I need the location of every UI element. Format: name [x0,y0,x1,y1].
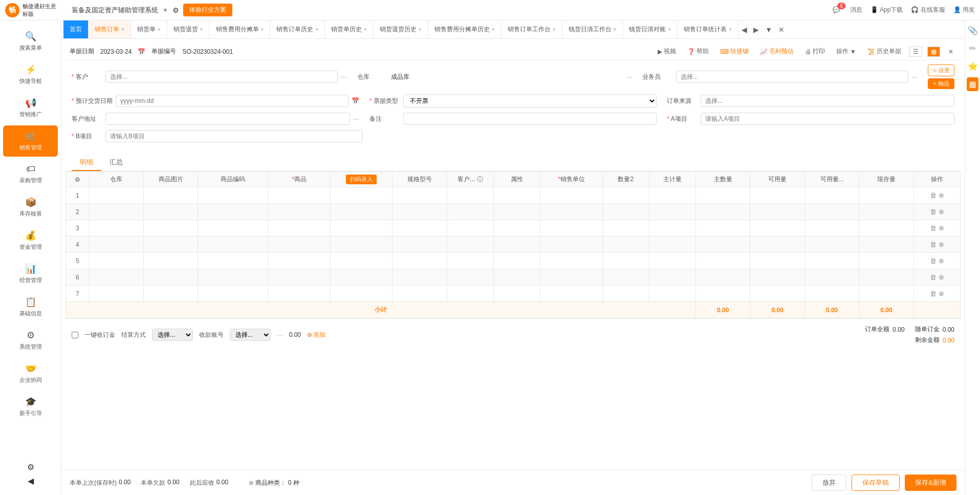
tab-close-sales-order[interactable]: × [121,27,124,32]
tab-close-cash-workbench[interactable]: × [614,27,617,32]
grid-btn2[interactable]: ▦ [927,47,940,57]
calendar-delivery-icon[interactable]: 📅 [352,97,359,104]
calendar-icon[interactable]: 📅 [138,48,145,55]
warehouse-dots[interactable]: ··· [626,73,633,81]
customer-input[interactable] [105,71,338,83]
row-delete-7[interactable]: 🗑 [930,290,937,297]
right-icon-1[interactable]: 📎 [966,24,980,37]
settings-button[interactable]: ⊙ 设置 [928,64,954,76]
tab-menu-btn[interactable]: ▼ [762,26,775,34]
add-payment-btn[interactable]: ⊕ 添加 [307,331,325,339]
sidebar-item-inventory[interactable]: 📦 库存核算 [3,191,58,223]
address-input[interactable] [105,113,350,125]
sidebar-item-sales[interactable]: 🛒 销售管理 [3,125,58,157]
app-download[interactable]: 📱 App下载 [870,6,903,14]
staff-input[interactable] [676,71,908,83]
pay-method-select[interactable]: 选择... [152,329,193,341]
tab-close-sales-return[interactable]: × [200,27,203,32]
help-btn[interactable]: ❓ 帮助 [684,46,712,57]
row-delete-5[interactable]: 🗑 [930,257,937,265]
sidebar-collapse-icon[interactable]: ◀ [28,476,34,486]
th-scan[interactable]: 扫码录入 [330,172,393,187]
bank-dots[interactable]: ··· [277,331,283,339]
b-project-input[interactable] [105,130,362,142]
tab-close-expense-history[interactable]: × [492,27,495,32]
grid-btn1[interactable]: ☰ [909,47,922,57]
abandon-button[interactable]: 放弃 [812,475,846,491]
row-copy-5[interactable]: ⊕ [939,257,944,265]
online-service[interactable]: 🎧 在线客服 [911,6,945,14]
sidebar-item-search[interactable]: 🔍 搜索菜单 [3,26,58,57]
sidebar-item-system[interactable]: ⚙ 系统管理 [3,325,58,356]
right-icon-3[interactable]: ⭐ [966,59,980,73]
sidebar-item-guide[interactable]: 🎓 新手引导 [3,391,58,422]
address-dots[interactable]: ··· [353,115,359,123]
history-btn[interactable]: 📜 历史单据 [864,46,904,57]
row-delete-2[interactable]: 🗑 [930,208,937,216]
user-avatar[interactable]: 👤 用友 [953,6,975,14]
remarks-input[interactable] [403,113,657,125]
operate-btn[interactable]: 操作 ▼ [833,46,859,57]
a-project-input[interactable] [701,113,954,125]
sidebar-item-purchase[interactable]: 🏷 采购管理 [3,159,58,189]
right-icon-4[interactable]: ▦ [967,77,978,91]
tab-next-btn[interactable]: ▶ [750,26,762,34]
bank-select[interactable]: 选择... [230,329,271,341]
order-source-input[interactable] [701,95,954,107]
tab-sales-order[interactable]: 销售订单 × [89,20,131,39]
tab-cash-reconcile[interactable]: 钱货日清对账 × [623,20,678,39]
sidebar-item-operations[interactable]: 📊 经营管理 [3,258,58,289]
row-delete-3[interactable]: 🗑 [930,224,937,232]
customer-dots[interactable]: ··· [341,73,347,81]
row-delete-1[interactable]: 🗑 [930,191,937,199]
staff-dots[interactable]: ··· [911,73,918,81]
industry-btn[interactable]: 体验行业方案 [183,4,232,16]
tab-close-sales-stats[interactable]: × [729,27,732,32]
row-copy-7[interactable]: ⊕ [939,290,944,297]
row-copy-3[interactable]: ⊕ [939,224,944,232]
detail-tab-summary[interactable]: 汇总 [101,155,131,171]
print-btn[interactable]: 🖨 打印 [802,46,828,57]
tab-close-slip-history[interactable]: × [364,27,367,32]
tab-sales-expense[interactable]: 销售费用分摊单 × [210,20,271,39]
tab-close-sales-expense[interactable]: × [261,27,264,32]
detail-tab-detail[interactable]: 明细 [72,155,101,171]
gear-icon[interactable]: ⚙ [172,6,179,14]
row-copy-4[interactable]: ⊕ [939,241,944,248]
save-new-button[interactable]: 保存&新增 [905,475,956,491]
tab-cash-workbench[interactable]: 钱货日清工作台 × [562,20,623,39]
tab-expense-history[interactable]: 销售费用分摊单历史 × [428,20,502,39]
row-copy-6[interactable]: ⊕ [939,273,944,281]
profit-btn[interactable]: 📈 毛利预估 [757,46,797,57]
tab-return-history[interactable]: 销货退货历史 × [374,20,428,39]
delivery-date-input[interactable] [116,95,349,107]
tab-close-history[interactable]: × [315,27,318,32]
tab-close-sales-slip[interactable]: × [158,27,161,32]
row-copy-2[interactable]: ⊕ [939,208,944,216]
tab-close-cash-reconcile[interactable]: × [668,27,671,32]
tab-close-all-btn[interactable]: ✕ [775,26,788,34]
tab-workbench[interactable]: 销售订单工作台 × [502,20,562,39]
save-draft-button[interactable]: 保存草稿 [852,475,900,491]
quick-order-checkbox[interactable] [72,332,78,338]
sidebar-settings-icon[interactable]: ⚙ [27,462,34,472]
tab-sales-stats[interactable]: 销售订单统计表 × [678,20,738,39]
right-icon-2[interactable]: ✏ [967,41,978,55]
sidebar-item-basic[interactable]: 📋 基础信息 [3,291,58,322]
tab-close-workbench[interactable]: × [553,27,556,32]
message-icon[interactable]: 💬6 消息 [833,6,862,14]
tab-slip-history[interactable]: 销货单历史 × [325,20,374,39]
close-form-btn[interactable]: ✕ [945,47,956,56]
invoice-type-select[interactable]: 不开票 普票 专票 [403,94,657,107]
add-goods-button[interactable]: + 物品 [928,78,954,89]
tab-sales-order-history[interactable]: 销售订单历史 × [270,20,325,39]
tab-sales-slip[interactable]: 销货单 × [131,20,167,39]
shortcut-btn[interactable]: ⌨ 快捷键 [717,46,752,57]
sidebar-item-nav[interactable]: ⚡ 快捷导航 [3,59,58,90]
row-delete-4[interactable]: 🗑 [930,241,937,248]
tab-home[interactable]: 首页 [63,20,89,39]
tab-sales-return[interactable]: 销货退货 × [167,20,210,39]
row-delete-6[interactable]: 🗑 [930,273,937,281]
row-copy-1[interactable]: ⊕ [939,191,944,199]
sidebar-item-enterprise[interactable]: 🤝 企业协同 [3,358,58,389]
